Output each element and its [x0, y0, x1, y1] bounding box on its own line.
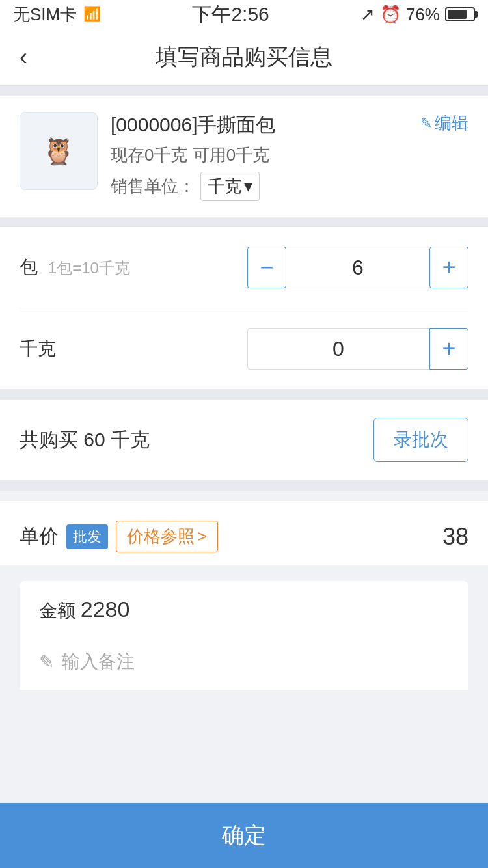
battery-percent: 76%	[406, 5, 440, 25]
price-ref-label: 价格参照	[127, 525, 195, 548]
status-time: 下午2:56	[192, 1, 269, 28]
pack-quantity-control: − +	[247, 247, 468, 288]
unit-dropdown[interactable]: 千克 ▾	[200, 172, 260, 201]
product-image: 🦉	[20, 112, 98, 190]
total-amount: 60	[83, 429, 111, 450]
carrier-text: 无SIM卡	[13, 3, 77, 26]
location-icon: ↗	[360, 5, 375, 25]
pack-minus-button[interactable]: −	[247, 247, 286, 288]
product-unit-row: 销售单位： 千克 ▾	[111, 172, 468, 201]
price-row: 单价 批发 价格参照 > 38	[20, 521, 468, 552]
status-bar: 无SIM卡 📶 下午2:56 ↗ ⏰ 76%	[0, 0, 488, 29]
price-section: 单价 批发 价格参照 > 38	[0, 501, 488, 565]
price-label-group: 单价 批发 价格参照 >	[20, 521, 218, 552]
total-unit: 千克	[111, 429, 150, 450]
total-label: 共购买	[20, 429, 83, 450]
status-right: ↗ ⏰ 76%	[360, 5, 475, 25]
pack-plus-button[interactable]: +	[429, 247, 468, 288]
pack-row: 包 1包=10千克 − +	[20, 227, 468, 308]
edit-icon: ✎	[420, 115, 432, 132]
nav-bar: ‹ 填写商品购买信息	[0, 29, 488, 86]
pack-label: 包	[20, 257, 38, 277]
confirm-button-label: 确定	[222, 821, 266, 850]
amount-row: 金额 2280	[20, 581, 468, 639]
product-name: [0000006]手撕面包	[111, 112, 468, 139]
kg-row: 千克 +	[20, 308, 468, 389]
divider-3	[0, 389, 488, 400]
remark-placeholder: 输入备注	[62, 649, 135, 674]
price-ref-arrow-icon: >	[197, 526, 207, 547]
edit-label: 编辑	[435, 112, 468, 135]
battery-bar	[445, 7, 475, 21]
pack-hint: 1包=10千克	[48, 259, 130, 277]
status-left: 无SIM卡 📶	[13, 3, 101, 26]
pencil-icon: ✎	[39, 651, 54, 673]
battery-fill	[448, 10, 467, 19]
remark-row[interactable]: ✎ 输入备注	[20, 639, 468, 690]
product-logo-icon: 🦉	[42, 136, 75, 167]
back-button[interactable]: ‹	[13, 37, 34, 77]
confirm-button[interactable]: 确定	[0, 803, 488, 868]
kg-label: 千克	[20, 336, 56, 361]
wifi-icon: 📶	[83, 6, 101, 23]
pack-quantity-input[interactable]	[286, 247, 429, 288]
dropdown-arrow-icon: ▾	[244, 176, 252, 197]
page-title: 填写商品购买信息	[156, 42, 332, 72]
input-section: 包 1包=10千克 − + 千克 +	[0, 227, 488, 389]
product-info: [0000006]手撕面包 现存0千克 可用0千克 销售单位： 千克 ▾	[111, 112, 468, 201]
divider-2	[0, 217, 488, 227]
kg-plus-button[interactable]: +	[429, 328, 468, 370]
product-card: 🦉 [0000006]手撕面包 现存0千克 可用0千克 销售单位： 千克 ▾ ✎…	[0, 96, 488, 217]
total-text-group: 共购买 60 千克	[20, 427, 150, 454]
unit-value: 千克	[208, 175, 241, 198]
divider-1	[0, 86, 488, 96]
price-value: 38	[442, 523, 468, 550]
amount-section: 金额 2280 ✎ 输入备注	[0, 565, 488, 690]
price-tag: 批发	[66, 524, 108, 549]
price-label: 单价	[20, 523, 59, 550]
batch-button[interactable]: 录批次	[373, 418, 468, 462]
edit-button[interactable]: ✎ 编辑	[420, 112, 468, 135]
pack-label-group: 包 1包=10千克	[20, 255, 130, 280]
product-stock: 现存0千克 可用0千克	[111, 144, 468, 167]
kg-quantity-control: +	[247, 328, 468, 370]
kg-quantity-input[interactable]	[247, 328, 429, 370]
unit-label: 销售单位：	[111, 175, 195, 198]
amount-value: 2280	[81, 597, 130, 621]
alarm-icon: ⏰	[380, 5, 401, 25]
amount-label: 金额 2280	[39, 601, 129, 621]
price-ref-button[interactable]: 价格参照 >	[116, 521, 218, 552]
divider-4	[0, 480, 488, 491]
total-section: 共购买 60 千克 录批次	[0, 400, 488, 480]
